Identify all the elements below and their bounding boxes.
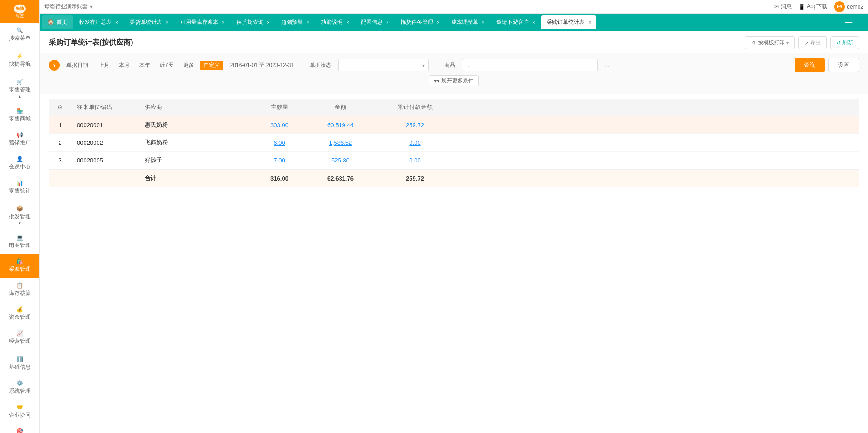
tab-close-icon[interactable]: × <box>533 20 535 25</box>
status-select[interactable]: ▾ <box>338 59 429 71</box>
cell-paid[interactable]: 0.00 <box>374 152 456 170</box>
goods-search-input[interactable] <box>462 59 598 71</box>
tab-close-icon[interactable]: × <box>267 20 270 25</box>
sidebar-item-marketing[interactable]: 📢 营销推广 <box>0 127 39 151</box>
sidebar-item-retail-stats[interactable]: 📊 零售统计 <box>0 175 39 199</box>
sidebar-item-label: 批发管理 <box>9 213 31 220</box>
tab-close-icon[interactable]: × <box>115 20 118 25</box>
sidebar-item-label: 电商管理 <box>9 242 31 249</box>
tab-close-icon[interactable]: × <box>307 20 309 25</box>
tab-label: 可用量库存账本 <box>180 19 218 26</box>
cell-paid[interactable]: 0.00 <box>374 134 456 152</box>
date-7days-button[interactable]: 近7天 <box>156 61 177 70</box>
retail-stats-icon: 📊 <box>16 180 23 186</box>
message-button[interactable]: ✉ 消息 <box>774 3 792 10</box>
date-more-button[interactable]: 更多 <box>179 61 198 70</box>
cell-paid[interactable]: 259.72 <box>374 116 456 134</box>
tab-validity-query[interactable]: 保质期查询 × <box>231 15 275 29</box>
sidebar-item-basic-info[interactable]: ℹ️ 基础信息 <box>0 352 39 376</box>
gear-icon[interactable]: ⚙ <box>57 104 63 111</box>
cell-amount[interactable]: 1,586.52 <box>307 134 374 152</box>
footer-empty <box>49 169 71 187</box>
tab-close-icon[interactable]: × <box>437 20 439 25</box>
user-menu[interactable]: Ea demo2 <box>834 1 863 12</box>
tab-overstock-warning[interactable]: 超储预警 × <box>276 15 315 29</box>
tab-close-icon[interactable]: × <box>346 20 349 25</box>
tab-expand-button[interactable]: □ <box>857 17 866 27</box>
logo-area: 畅捷 标签 <box>0 0 39 23</box>
date-this-year-button[interactable]: 本年 <box>136 61 154 70</box>
tab-close-icon[interactable]: × <box>166 20 169 25</box>
finance-icon: 💰 <box>16 306 23 313</box>
cell-qty[interactable]: 6.00 <box>252 134 307 152</box>
sidebar-item-wholesale[interactable]: 📦 批发管理 ▼ <box>0 201 39 230</box>
print-dropdown-icon: ▾ <box>786 40 789 46</box>
sidebar-item-ecommerce[interactable]: 💻 电商管理 <box>0 230 39 254</box>
refresh-icon: ↺ <box>836 40 841 46</box>
sidebar-item-purchase[interactable]: 🛍️ 采购管理 <box>0 254 39 278</box>
col-header-paid: 累计付款金额 <box>374 99 456 116</box>
tab-close-icon[interactable]: × <box>482 20 485 25</box>
col-header-settings[interactable]: ⚙ <box>49 99 71 116</box>
username-label: demo2 <box>847 4 863 10</box>
settings-button[interactable]: 设置 <box>828 58 859 72</box>
app-download-button[interactable]: 📱 App下载 <box>798 3 827 10</box>
refresh-button[interactable]: ↺ 刷新 <box>830 36 859 49</box>
tab-func-desc[interactable]: 功能说明 × <box>316 15 354 29</box>
nav-tabs: 🏠 首页 收发存汇总表 × 要货单统计表 × 可用量库存账本 × 保质期查询 ×… <box>40 14 868 31</box>
goods-more-icon[interactable]: ... <box>604 62 609 68</box>
date-custom-button[interactable]: 自定义 <box>200 61 223 70</box>
sidebar-item-enterprise[interactable]: 🤝 企业协同 <box>0 400 39 423</box>
query-button[interactable]: 查询 <box>795 58 825 72</box>
print-button[interactable]: 🖨 按模板打印 ▾ <box>745 36 795 49</box>
table-row: 3 00020005 好孩子 7.00 525.80 0.00 <box>49 152 859 170</box>
cell-amount[interactable]: 525.80 <box>307 152 374 170</box>
filter-toggle-button[interactable]: › <box>49 60 60 71</box>
tab-pick-task[interactable]: 拣货任务管理 × <box>395 15 445 29</box>
tab-close-icon[interactable]: × <box>222 20 225 25</box>
sidebar-item-inventory[interactable]: 📋 库存核算 <box>0 278 39 302</box>
workspace-selector[interactable]: 母婴行业演示账套 ▾ <box>44 3 93 10</box>
svg-text:畅捷: 畅捷 <box>16 6 24 11</box>
export-button[interactable]: ↗ 导出 <box>798 36 827 49</box>
tab-cost-adjust[interactable]: 成本调整单 × <box>446 15 490 29</box>
table-row: 1 00020001 惠氏奶粉 303.00 60,519.44 259.72 <box>49 116 859 134</box>
sidebar-item-search[interactable]: 🔍 搜索菜单 <box>0 23 39 47</box>
tab-label: 配置信息 <box>361 19 382 26</box>
tab-collect-pay[interactable]: 收发存汇总表 × <box>74 15 123 29</box>
sidebar-item-retail-mgmt[interactable]: 🛒 零售管理 ▲ <box>0 74 39 103</box>
page-header: 采购订单统计表(按供应商) 🖨 按模板打印 ▾ ↗ 导出 ↺ 刷新 <box>40 31 868 53</box>
table-footer-row: 合计 316.00 62,631.76 259.72 <box>49 169 859 187</box>
sys-mgmt-icon: ⚙️ <box>16 380 23 386</box>
cell-amount[interactable]: 60,519.44 <box>307 116 374 134</box>
tab-minimize-button[interactable]: — <box>843 17 854 27</box>
tab-close-icon[interactable]: × <box>386 20 389 25</box>
sidebar-item-finance[interactable]: 💰 资金管理 <box>0 302 39 326</box>
cell-extra <box>456 134 859 152</box>
sidebar-item-operations[interactable]: 📈 经营管理 <box>0 326 39 350</box>
cell-qty[interactable]: 7.00 <box>252 152 307 170</box>
tab-order-stats[interactable]: 要货单统计表 × <box>124 15 174 29</box>
tab-home[interactable]: 🏠 首页 <box>42 15 73 29</box>
tab-config-info[interactable]: 配置信息 × <box>355 15 394 29</box>
cell-qty[interactable]: 303.00 <box>252 116 307 134</box>
message-icon: ✉ <box>774 4 779 10</box>
col-header-qty: 主数量 <box>252 99 307 116</box>
expand-more-button[interactable]: ▾▾ 展开更多条件 <box>429 75 479 86</box>
sidebar-item-retail-mall[interactable]: 🏪 零售商城 <box>0 103 39 127</box>
tab-purchase-stats[interactable]: 采购订单统计表 × <box>541 15 596 29</box>
tab-label: 邀请下游客户 <box>496 19 529 26</box>
sidebar-item-member[interactable]: 👤 会员中心 <box>0 151 39 175</box>
cell-index: 3 <box>49 152 71 170</box>
date-last-month-button[interactable]: 上月 <box>95 61 113 70</box>
sidebar-item-label: 零售统计 <box>9 187 31 195</box>
tab-close-icon[interactable]: × <box>588 20 591 25</box>
sidebar-item-new-guide[interactable]: 🎯 新手引导 <box>0 423 39 433</box>
tab-available-stock[interactable]: 可用量库存账本 × <box>175 15 230 29</box>
data-table: ⚙ 往来单位编码 供应商 主数量 金额 累计付款金额 1 00020001 惠氏… <box>49 99 859 187</box>
sidebar-item-sys-mgmt[interactable]: ⚙️ 系统管理 <box>0 376 39 400</box>
tab-label: 收发存汇总表 <box>79 19 112 26</box>
sidebar-item-quick-nav[interactable]: ⚡ 快捷导航 <box>0 48 39 72</box>
tab-invite-customer[interactable]: 邀请下游客户 × <box>491 15 541 29</box>
date-this-month-button[interactable]: 本月 <box>115 61 133 70</box>
